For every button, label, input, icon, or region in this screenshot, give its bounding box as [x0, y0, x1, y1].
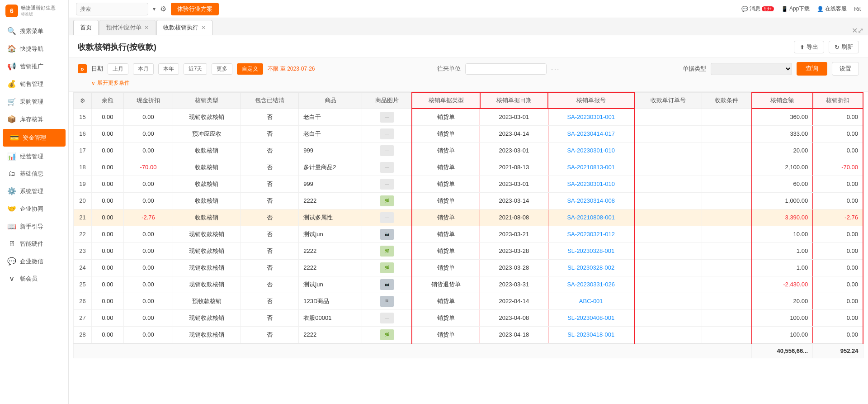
setting-button[interactable]: 设置 — [832, 62, 859, 76]
sidebar-item-search[interactable]: 🔍 搜索菜单 — [0, 22, 68, 40]
row-cancel-bill-no: SL-20230328-002 — [548, 259, 634, 276]
settings-icon[interactable]: ⚙ — [80, 97, 85, 104]
sidebar-item-company[interactable]: 🤝 企业协同 — [0, 200, 68, 218]
row-cancel-bill-no: SA-20210813-001 — [548, 159, 634, 176]
row-no: 15 — [74, 109, 92, 125]
row-goods-img: — — [362, 142, 412, 159]
row-cash-discount: 0.00 — [123, 242, 173, 259]
row-cancel-type: 现销收款核销 — [173, 226, 241, 242]
row-cancel-type: 现销收款核销 — [173, 276, 241, 293]
tab-close-prepay[interactable]: ✕ — [144, 24, 149, 31]
export-button[interactable]: ⬆ 导出 — [794, 41, 824, 53]
cancel-bill-no-link[interactable]: SA-20210813-001 — [567, 164, 615, 171]
home-icon: 🏠 — [7, 44, 16, 53]
row-goods: 测试多属性 — [299, 209, 362, 226]
sidebar-item-hardware[interactable]: 🖥 智能硬件 — [0, 235, 68, 252]
row-cancel-amount: 360.00 — [752, 109, 813, 125]
cancel-bill-no-link[interactable]: SA-20230314-008 — [567, 197, 615, 204]
sidebar-item-finance[interactable]: 💳 资金管理 — [3, 129, 66, 147]
cancel-bill-no-link[interactable]: SA-20230331-026 — [567, 281, 615, 288]
sidebar-item-marketing[interactable]: 📢 营销推广 — [0, 57, 68, 75]
col-included-settled-header: 包含已结清 — [241, 92, 299, 109]
query-button[interactable]: 查询 — [797, 62, 827, 76]
cancel-bill-no-link[interactable]: SA-20210808-001 — [567, 214, 615, 221]
service-icon: 👤 — [817, 6, 824, 12]
gear-icon[interactable]: ⚙ — [160, 5, 166, 13]
row-included-settled: 否 — [241, 125, 299, 142]
row-cancel-bill-type: 销货单 — [412, 125, 480, 142]
table-container[interactable]: ⚙ 余额 现金折扣 核销类型 包含已结清 商品 商品图片 核销单据类型 核销单据… — [69, 92, 868, 404]
row-goods-img: 📷 — [362, 226, 412, 242]
service-item[interactable]: 👤 在线客服 — [817, 5, 847, 13]
col-settings-header[interactable]: ⚙ — [74, 92, 92, 109]
refresh-button[interactable]: ↻ 刷新 — [829, 41, 859, 53]
solution-button[interactable]: 体验行业方案 — [171, 3, 219, 15]
tab-receipt[interactable]: 收款核销执行 ✕ — [156, 20, 212, 35]
message-item[interactable]: 💬 消息 99+ — [741, 5, 774, 13]
sidebar-item-purchase[interactable]: 🛒 采购管理 — [0, 93, 68, 110]
date-this-month-btn[interactable]: 本月 — [133, 63, 154, 75]
row-no: 16 — [74, 125, 92, 142]
cancel-bill-no-link[interactable]: SA-20230414-017 — [567, 130, 615, 137]
row-receipt-condition — [702, 176, 751, 192]
user-name[interactable]: Rit — [854, 6, 861, 12]
tab-home[interactable]: 首页 — [73, 20, 99, 35]
row-cancel-bill-no: SL-20230328-001 — [548, 242, 634, 259]
date-this-year-btn[interactable]: 本年 — [158, 63, 179, 75]
row-included-settled: 否 — [241, 176, 299, 192]
tab-prepay[interactable]: 预付冲应付单 ✕ — [99, 20, 156, 35]
cancel-bill-no-link[interactable]: SL-20230328-002 — [567, 264, 614, 271]
sidebar-item-system[interactable]: ⚙️ 系统管理 — [0, 182, 68, 200]
row-cash-discount: 0.00 — [123, 293, 173, 309]
row-cancel-type: 现销收款核销 — [173, 326, 241, 343]
cancel-bill-no-link[interactable]: SA-20230301-010 — [567, 147, 615, 154]
row-no: 27 — [74, 309, 92, 326]
row-included-settled: 否 — [241, 192, 299, 209]
row-no: 19 — [74, 176, 92, 192]
voucher-type-select[interactable] — [711, 63, 792, 75]
sidebar-item-inventory[interactable]: 📦 库存核算 — [0, 110, 68, 128]
cancel-bill-no-link[interactable]: ABC-001 — [579, 298, 603, 304]
sidebar-item-wechat[interactable]: 💬 企业微信 — [0, 252, 68, 270]
sidebar-item-guide[interactable]: 📖 新手引导 — [0, 218, 68, 235]
date-last-month-btn[interactable]: 上月 — [108, 63, 128, 75]
row-no: 24 — [74, 259, 92, 276]
tab-close-receipt[interactable]: ✕ — [201, 24, 206, 31]
row-cancel-bill-date: 2022-04-14 — [480, 293, 548, 309]
app-download-item[interactable]: 📱 App下载 — [781, 5, 810, 13]
from-unit-input[interactable] — [465, 63, 547, 75]
row-balance: 0.00 — [92, 176, 124, 192]
cancel-bill-no-link[interactable]: SL-20230418-001 — [567, 331, 614, 338]
table-row: 26 0.00 0.00 预收款核销 否 123D商品 🏛 销货单 2022-0… — [74, 293, 863, 309]
cancel-bill-no-link[interactable]: SA-20230301-010 — [567, 181, 615, 187]
sidebar-item-basic[interactable]: 🗂 基础信息 — [0, 165, 68, 182]
page-actions: ⬆ 导出 ↻ 刷新 — [794, 41, 859, 53]
sidebar-item-sales[interactable]: 💰 销售管理 — [0, 75, 68, 93]
cancel-bill-no-link[interactable]: SA-20230321-012 — [567, 231, 615, 238]
cancel-bill-no-link[interactable]: SA-20230301-001 — [567, 114, 615, 120]
window-close-button[interactable]: ✕ — [852, 26, 858, 35]
date-custom-btn[interactable]: 自定义 — [237, 63, 263, 75]
sidebar-item-quicknav[interactable]: 🏠 快捷导航 — [0, 40, 68, 57]
cancel-bill-no-link[interactable]: SL-20230408-001 — [567, 314, 614, 321]
row-cancel-type: 现销收款核销 — [173, 242, 241, 259]
row-included-settled: 否 — [241, 326, 299, 343]
row-goods-img: 🌿 — [362, 242, 412, 259]
expand-more-button[interactable]: ∨ 展开更多条件 — [91, 79, 859, 87]
window-maximize-button[interactable]: ⤢ — [858, 26, 863, 35]
from-unit-dots[interactable]: ··· — [551, 66, 560, 72]
filter-expand-arrow[interactable]: » — [78, 64, 87, 73]
date-last-7days-btn[interactable]: 近7天 — [184, 63, 208, 75]
ops-icon: 📊 — [7, 152, 16, 161]
row-cancel-discount: 0.00 — [813, 142, 863, 159]
search-input[interactable] — [76, 3, 148, 15]
cancel-bill-no-link[interactable]: SL-20230328-001 — [567, 247, 614, 254]
sidebar: 6 畅捷通谱好生意 标准版 🔍 搜索菜单 🏠 快捷导航 📢 营销推广 💰 销售管… — [0, 0, 69, 404]
dropdown-arrow-icon[interactable]: ▾ — [153, 6, 156, 12]
date-more-btn[interactable]: 更多 — [212, 63, 232, 75]
sidebar-item-ops[interactable]: 📊 经营管理 — [0, 147, 68, 165]
row-cancel-discount: -2.76 — [813, 209, 863, 226]
row-cancel-amount: 60.00 — [752, 176, 813, 192]
sidebar-item-member[interactable]: V 畅会员 — [0, 270, 68, 287]
table-row: 23 0.00 0.00 现销收款核销 否 2222 🌿 销货单 2023-03… — [74, 242, 863, 259]
